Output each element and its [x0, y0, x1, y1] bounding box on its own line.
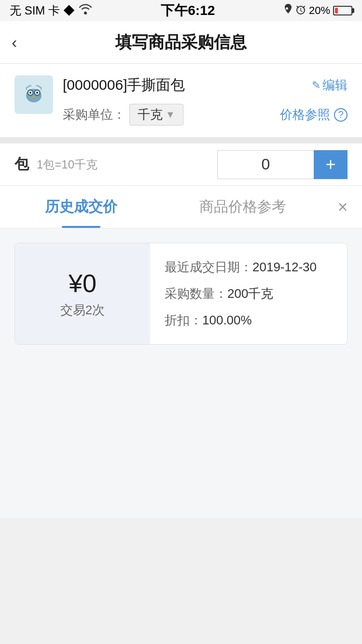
purchase-qty-label: 采购数量： [165, 286, 227, 301]
price-value: 0 [83, 269, 97, 297]
battery-percent-text: 20% [309, 4, 330, 17]
recent-date-row: 最近成交日期：2019-12-30 [165, 258, 333, 277]
dropdown-arrow-icon: ▼ [166, 109, 175, 120]
quantity-unit-desc: 1包=10千克 [37, 157, 97, 172]
history-section: ¥0 交易2次 最近成交日期：2019-12-30 采购数量：200千克 折扣：… [0, 228, 362, 518]
panel-close-button[interactable]: × [323, 186, 362, 228]
discount-row: 折扣：100.00% [165, 311, 333, 330]
tabs-row: 历史成交价 商品价格参考 × [0, 186, 362, 228]
unit-select[interactable]: 千克 ▼ [129, 104, 183, 126]
product-logo [14, 75, 53, 114]
price-card-right: 最近成交日期：2019-12-30 采购数量：200千克 折扣：100.00% [150, 243, 347, 344]
edit-label: 编辑 [322, 77, 348, 94]
location-icon [284, 4, 292, 17]
purchase-qty-row: 采购数量：200千克 [165, 284, 333, 303]
alarm-icon [295, 4, 306, 17]
tab-product-price-ref[interactable]: 商品价格参考 [162, 186, 323, 228]
discount-value: 100.00% [202, 313, 252, 327]
nav-bar: ‹ 填写商品采购信息 [0, 21, 362, 64]
status-right: 20% [284, 4, 352, 17]
status-bar: 无 SIM 卡 ◆ 下午6:12 20% [0, 0, 362, 21]
svg-point-7 [36, 92, 38, 94]
tab-history-price-label: 历史成交价 [45, 197, 117, 217]
edit-button[interactable]: ✎ 编辑 [312, 77, 348, 94]
page-title: 填写商品采购信息 [115, 31, 247, 54]
status-time: 下午6:12 [161, 1, 215, 20]
wifi-icon [79, 4, 92, 17]
recent-date-value: 2019-12-30 [252, 260, 317, 274]
product-card: [0000006]手撕面包 ✎ 编辑 采购单位： 千克 ▼ 价格参照 [0, 64, 362, 138]
battery-indicator [333, 6, 352, 15]
price-card: ¥0 交易2次 最近成交日期：2019-12-30 采购数量：200千克 折扣：… [14, 243, 348, 345]
recent-date-label: 最近成交日期： [165, 260, 252, 274]
product-name: [0000006]手撕面包 [63, 75, 185, 95]
unit-label: 采购单位： [63, 106, 125, 123]
quantity-plus-button[interactable]: + [314, 150, 348, 179]
quantity-row: 包 1包=10千克 0 + [0, 143, 362, 186]
price-amount: ¥0 [69, 269, 97, 298]
no-sim-text: 无 SIM 卡 ◆ [10, 3, 75, 18]
price-ref-label: 价格参照 [280, 106, 330, 123]
edit-icon: ✎ [312, 79, 320, 92]
panel-container: 历史成交价 商品价格参考 × ¥0 交易2次 最近成交日期：2019-12-30… [0, 186, 362, 518]
svg-point-6 [29, 92, 31, 94]
tab-history-price[interactable]: 历史成交价 [0, 186, 162, 228]
status-left: 无 SIM 卡 ◆ [10, 3, 92, 18]
price-card-left: ¥0 交易2次 [15, 243, 150, 344]
price-trades: 交易2次 [60, 302, 105, 319]
discount-label: 折扣： [165, 313, 202, 327]
help-icon: ? [334, 108, 348, 122]
quantity-label: 包 1包=10千克 [14, 154, 97, 174]
price-ref-button[interactable]: 价格参照 ? [280, 106, 348, 123]
product-info: [0000006]手撕面包 ✎ 编辑 采购单位： 千克 ▼ 价格参照 [63, 75, 348, 126]
quantity-unit-badge: 包 [14, 154, 29, 174]
owl-icon [22, 81, 46, 109]
separator [0, 138, 362, 143]
back-button[interactable]: ‹ [12, 33, 17, 52]
currency-symbol: ¥ [69, 269, 83, 297]
unit-value: 千克 [138, 106, 163, 123]
purchase-qty-value: 200千克 [227, 286, 273, 301]
tab-product-price-ref-label: 商品价格参考 [199, 197, 286, 217]
quantity-input-area: 0 + [217, 150, 348, 179]
quantity-input[interactable]: 0 [217, 150, 314, 179]
